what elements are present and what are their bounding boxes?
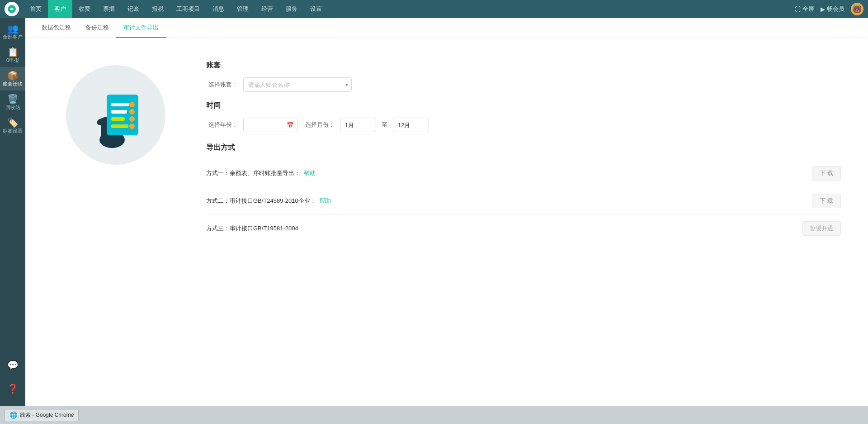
account-section-title: 账套 (206, 61, 841, 70)
nav-tax[interactable]: 报税 (146, 0, 170, 18)
sidebar-bottom: 💬 ❓ (0, 353, 25, 406)
sidebar-item-recycle[interactable]: 🗑️ 回收站 (0, 91, 25, 114)
method-1-prefix: 方式一：余额表、序时账批量导出： (206, 170, 300, 176)
method-2-help-link[interactable]: 帮助 (319, 197, 331, 204)
svg-rect-6 (111, 110, 127, 114)
method-2-prefix: 方式二：审计接口GB/T24589-2010企业： (206, 197, 316, 204)
chat-icon: 💬 (7, 361, 19, 370)
nav-clients[interactable]: 客户 (48, 0, 72, 18)
method-1-download-button[interactable]: 下 载 (812, 166, 841, 181)
svg-rect-7 (111, 117, 125, 121)
sidebar-item-zero-report[interactable]: 📋 0申报 (0, 43, 25, 67)
sidebar-item-account-migration[interactable]: 📦 账套迁移 (0, 67, 25, 91)
app-logo (5, 2, 19, 16)
svg-rect-4 (107, 95, 138, 135)
year-label: 选择年份： (206, 121, 238, 129)
content-area: 数据包迁移 备份迁移 审计文件导出 (25, 18, 868, 406)
export-method-2: 方式二：审计接口GB/T24589-2010企业： 帮助 下 载 (206, 187, 841, 215)
tab-data-migration[interactable]: 数据包迁移 (34, 18, 78, 38)
nav-management[interactable]: 管理 (231, 0, 255, 18)
svg-point-9 (129, 102, 135, 107)
taskbar-item-label: 线索 - Google Chrome (20, 411, 74, 419)
member-icon: ▶ (821, 6, 825, 13)
main-layout: 👥 全部客户 📋 0申报 📦 账套迁移 🗑️ 回收站 🏷️ 标签设置 💬 ❓ (0, 18, 868, 406)
top-navigation: 首页 客户 收费 票据 记账 报税 工商项目 消息 管理 经营 服务 设置 ⛶ … (0, 0, 868, 18)
nav-invoices[interactable]: 票据 (97, 0, 121, 18)
month-end-wrap: 1月2月3月4月 5月6月7月8月 9月10月11月 12月 (393, 118, 429, 132)
clients-icon: 👥 (7, 24, 19, 33)
fullscreen-button[interactable]: ⛶ 全屏 (795, 5, 814, 13)
export-section-title: 导出方式 (206, 143, 841, 152)
method-3-prefix: 方式三：审计接口GB/T19581-2004 (206, 225, 298, 232)
nav-items: 首页 客户 收费 票据 记账 报税 工商项目 消息 管理 经营 服务 设置 (24, 0, 795, 18)
help-icon: ❓ (7, 384, 19, 393)
fullscreen-icon: ⛶ (795, 6, 801, 13)
month-start-wrap: 1月2月3月4月 5月6月7月8月 9月10月11月12月 (340, 118, 376, 132)
svg-point-10 (129, 109, 135, 114)
nav-business[interactable]: 工商项目 (170, 0, 206, 18)
recycle-icon: 🗑️ (7, 95, 19, 104)
avatar[interactable]: 🐻 (851, 3, 863, 15)
sidebar-label-all-clients: 全部客户 (3, 34, 23, 39)
time-section-title: 时间 (206, 101, 841, 110)
nav-fees[interactable]: 收费 (72, 0, 97, 18)
svg-point-11 (129, 116, 135, 122)
export-section: 导出方式 方式一：余额表、序时账批量导出： 帮助 下 载 方式二：审计接口GB/… (206, 143, 841, 242)
sidebar: 👥 全部客户 📋 0申报 📦 账套迁移 🗑️ 回收站 🏷️ 标签设置 💬 ❓ (0, 18, 25, 406)
sidebar-label-tag-settings: 标签设置 (3, 129, 23, 133)
account-form-row: 选择账套： ▾ (206, 77, 841, 92)
time-form-row: 选择年份： 2023 📅 选择月份： 1月2月3月4月 5月6月7月8月 9月1… (206, 118, 841, 132)
account-select-input[interactable] (243, 77, 352, 92)
taskbar-chrome-item[interactable]: 🌐 线索 - Google Chrome (5, 409, 79, 421)
form-area: 账套 选择账套： ▾ 时间 选择年份： 2023 📅 选择月份 (179, 56, 841, 388)
illustration-circle (66, 65, 165, 165)
method-2-download-button[interactable]: 下 载 (812, 194, 841, 208)
account-select-label: 选择账套： (206, 81, 238, 89)
nav-messages[interactable]: 消息 (206, 0, 231, 18)
report-icon: 📋 (7, 48, 19, 57)
method-2-text: 方式二：审计接口GB/T24589-2010企业： 帮助 (206, 197, 331, 205)
tab-backup-migration[interactable]: 备份迁移 (78, 18, 116, 38)
method-1-text: 方式一：余额表、序时账批量导出： 帮助 (206, 169, 316, 177)
svg-point-12 (129, 124, 135, 129)
method-3-text: 方式三：审计接口GB/T19581-2004 (206, 224, 298, 233)
export-method-1: 方式一：余额表、序时账批量导出： 帮助 下 载 (206, 160, 841, 187)
calendar-icon: 📅 (287, 122, 294, 129)
sidebar-item-chat[interactable]: 💬 (0, 353, 25, 377)
migration-icon: 📦 (7, 71, 19, 80)
method-3-coming-soon-button: 暂缓开通 (802, 221, 841, 236)
member-button[interactable]: ▶ 畅会员 (821, 5, 844, 13)
svg-rect-5 (111, 103, 129, 106)
nav-right: ⛶ 全屏 ▶ 畅会员 🐻 (795, 3, 863, 15)
tab-audit-export[interactable]: 审计文件导出 (116, 18, 166, 38)
illustration-svg (80, 76, 152, 153)
sidebar-label-recycle: 回收站 (5, 105, 20, 110)
svg-rect-8 (111, 124, 128, 128)
month-end-select[interactable]: 1月2月3月4月 5月6月7月8月 9月10月11月 12月 (393, 118, 429, 132)
tag-icon: 🏷️ (7, 118, 19, 127)
nav-accounting[interactable]: 记账 (121, 0, 146, 18)
tab-bar: 数据包迁移 备份迁移 审计文件导出 (25, 18, 868, 38)
method-1-help-link[interactable]: 帮助 (304, 170, 316, 176)
sidebar-item-all-clients[interactable]: 👥 全部客户 (0, 20, 25, 43)
nav-home[interactable]: 首页 (24, 0, 48, 18)
month-label: 选择月份： (303, 121, 335, 129)
account-input-wrap: ▾ (243, 77, 352, 92)
month-start-select[interactable]: 1月2月3月4月 5月6月7月8月 9月10月11月12月 (340, 118, 376, 132)
nav-operations[interactable]: 经营 (255, 0, 279, 18)
illustration-area (52, 56, 179, 388)
sidebar-item-help[interactable]: ❓ (0, 377, 25, 400)
page-content: 账套 选择账套： ▾ 时间 选择年份： 2023 📅 选择月份 (25, 38, 868, 406)
export-method-3: 方式三：审计接口GB/T19581-2004 暂缓开通 (206, 215, 841, 242)
sidebar-item-tag-settings[interactable]: 🏷️ 标签设置 (0, 114, 25, 138)
sidebar-label-zero-report: 0申报 (6, 58, 19, 63)
nav-settings[interactable]: 设置 (304, 0, 328, 18)
nav-services[interactable]: 服务 (279, 0, 304, 18)
year-input-wrap: 2023 📅 (243, 118, 297, 132)
sidebar-label-account-migration: 账套迁移 (3, 81, 23, 86)
to-label: 至 (382, 121, 387, 129)
chrome-icon: 🌐 (9, 411, 17, 419)
taskbar: 🌐 线索 - Google Chrome (0, 406, 868, 424)
